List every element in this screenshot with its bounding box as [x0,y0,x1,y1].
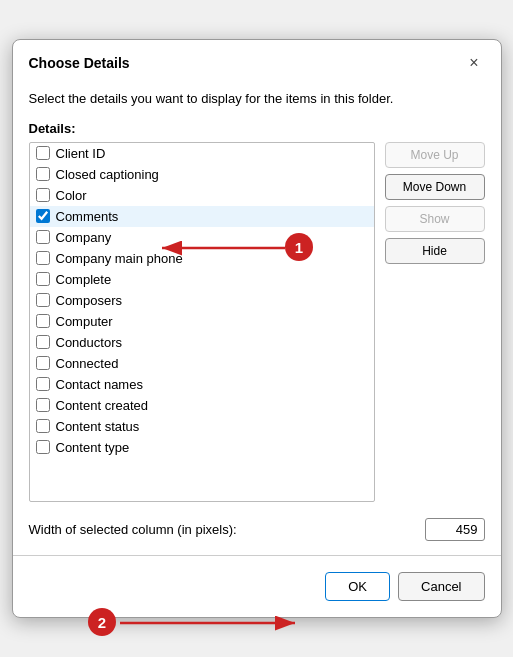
list-item-checkbox[interactable] [36,146,50,160]
list-item-checkbox[interactable] [36,314,50,328]
divider [13,555,501,556]
list-item-label: Content type [56,440,130,455]
show-button[interactable]: Show [385,206,485,232]
list-item-label: Contact names [56,377,143,392]
list-item-label: Company main phone [56,251,183,266]
list-item[interactable]: Computer [30,311,374,332]
list-item[interactable]: Company main phone [30,248,374,269]
list-item[interactable]: Company [30,227,374,248]
ok-button[interactable]: OK [325,572,390,601]
list-item-checkbox[interactable] [36,440,50,454]
list-item-checkbox[interactable] [36,356,50,370]
list-item-checkbox[interactable] [36,335,50,349]
action-buttons: Move Up Move Down Show Hide [385,142,485,502]
list-item-checkbox[interactable] [36,293,50,307]
close-button[interactable]: × [463,52,484,74]
list-item[interactable]: Complete [30,269,374,290]
list-item-label: Content created [56,398,149,413]
list-item-checkbox[interactable] [36,272,50,286]
width-input[interactable] [425,518,485,541]
width-row: Width of selected column (in pixels): [29,518,485,541]
list-item-label: Company [56,230,112,245]
list-item[interactable]: Contact names [30,374,374,395]
list-item-checkbox[interactable] [36,230,50,244]
list-item[interactable]: Content created [30,395,374,416]
list-item-checkbox[interactable] [36,209,50,223]
list-item-label: Closed captioning [56,167,159,182]
dialog-body: Select the details you want to display f… [13,82,501,616]
move-up-button[interactable]: Move Up [385,142,485,168]
dialog-description: Select the details you want to display f… [29,90,485,108]
list-item[interactable]: Color [30,185,374,206]
list-item[interactable]: Comments [30,206,374,227]
footer-buttons: OK Cancel [29,568,485,601]
list-item-label: Composers [56,293,122,308]
list-item-checkbox[interactable] [36,398,50,412]
list-item[interactable]: Client ID [30,143,374,164]
list-item-label: Conductors [56,335,122,350]
move-down-button[interactable]: Move Down [385,174,485,200]
list-item[interactable]: Content status [30,416,374,437]
list-item-checkbox[interactable] [36,251,50,265]
list-item[interactable]: Composers [30,290,374,311]
choose-details-dialog: Choose Details × Select the details you … [12,39,502,617]
list-item-checkbox[interactable] [36,377,50,391]
list-item[interactable]: Content type [30,437,374,458]
list-item-label: Comments [56,209,119,224]
dialog-title: Choose Details [29,55,130,71]
list-item-label: Color [56,188,87,203]
list-item-checkbox[interactable] [36,419,50,433]
list-item-label: Content status [56,419,140,434]
cancel-button[interactable]: Cancel [398,572,484,601]
list-item-label: Computer [56,314,113,329]
title-bar: Choose Details × [13,40,501,82]
list-item-label: Connected [56,356,119,371]
list-item-checkbox[interactable] [36,188,50,202]
details-label: Details: [29,121,485,136]
width-label: Width of selected column (in pixels): [29,522,237,537]
hide-button[interactable]: Hide [385,238,485,264]
main-area: Client IDClosed captioningColorCommentsC… [29,142,485,502]
list-item[interactable]: Closed captioning [30,164,374,185]
list-item[interactable]: Connected [30,353,374,374]
list-item[interactable]: Conductors [30,332,374,353]
list-item-label: Client ID [56,146,106,161]
details-list[interactable]: Client IDClosed captioningColorCommentsC… [29,142,375,502]
list-item-checkbox[interactable] [36,167,50,181]
list-item-label: Complete [56,272,112,287]
